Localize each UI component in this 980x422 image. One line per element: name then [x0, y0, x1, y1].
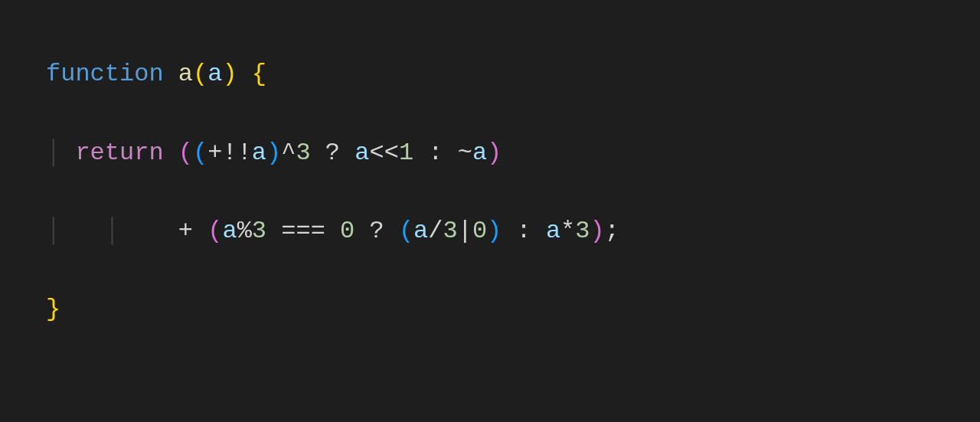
ternary-colon: : [501, 217, 546, 245]
operator: % [237, 217, 252, 245]
code-editor-content: function a(a) { │ return ((+!!a)^3 ? a<<… [46, 15, 980, 422]
operator: | [458, 217, 472, 245]
paren-open: ( [193, 139, 207, 167]
operator: ~ [458, 139, 472, 167]
variable: a [252, 139, 266, 167]
operator: * [560, 217, 575, 245]
paren-open: ( [207, 217, 222, 245]
parameter: a [207, 60, 222, 88]
code-line-2: │ return ((+!!a)^3 ? a<<1 : ~a) [46, 133, 980, 172]
paren-open: ( [178, 139, 193, 167]
ternary-colon: : [413, 139, 458, 167]
semicolon: ; [605, 217, 619, 245]
ternary-question: ? [354, 217, 399, 245]
space [237, 60, 252, 88]
variable: a [546, 217, 560, 245]
paren-open: ( [399, 217, 413, 245]
code-line-4: } [46, 290, 980, 329]
keyword-return: return [75, 139, 163, 167]
variable: a [222, 217, 237, 245]
keyword-function: function [46, 60, 164, 88]
number-literal: 0 [340, 217, 354, 245]
brace-close: } [46, 295, 60, 323]
operator: + [164, 217, 208, 245]
operator: << [369, 139, 398, 167]
paren-close: ) [266, 139, 281, 167]
number-literal: 3 [575, 217, 590, 245]
paren-close: ) [590, 217, 605, 245]
space [164, 139, 178, 167]
operator: / [428, 217, 443, 245]
code-line-1: function a(a) { [46, 54, 980, 93]
function-identifier: a [178, 60, 193, 88]
number-literal: 3 [296, 139, 310, 167]
number-literal: 3 [252, 217, 266, 245]
code-line-3: │ │ + (a%3 === 0 ? (a/3|0) : a*3); [46, 211, 980, 250]
number-literal: 3 [443, 217, 457, 245]
brace-open: { [252, 60, 266, 88]
operator: === [266, 217, 340, 245]
variable: a [472, 139, 487, 167]
indent-guide: │ [46, 139, 75, 167]
blank-line [46, 368, 980, 407]
paren-close: ) [222, 60, 237, 88]
variable: a [413, 217, 428, 245]
paren-open: ( [193, 60, 207, 88]
paren-close: ) [487, 217, 501, 245]
paren-close: ) [487, 139, 501, 167]
number-literal: 0 [472, 217, 487, 245]
operator: ^ [281, 139, 296, 167]
space [164, 60, 178, 88]
ternary-question: ? [311, 139, 355, 167]
operator: +!! [207, 139, 252, 167]
indent-guide: │ │ [46, 217, 164, 245]
number-literal: 1 [399, 139, 413, 167]
variable: a [354, 139, 369, 167]
